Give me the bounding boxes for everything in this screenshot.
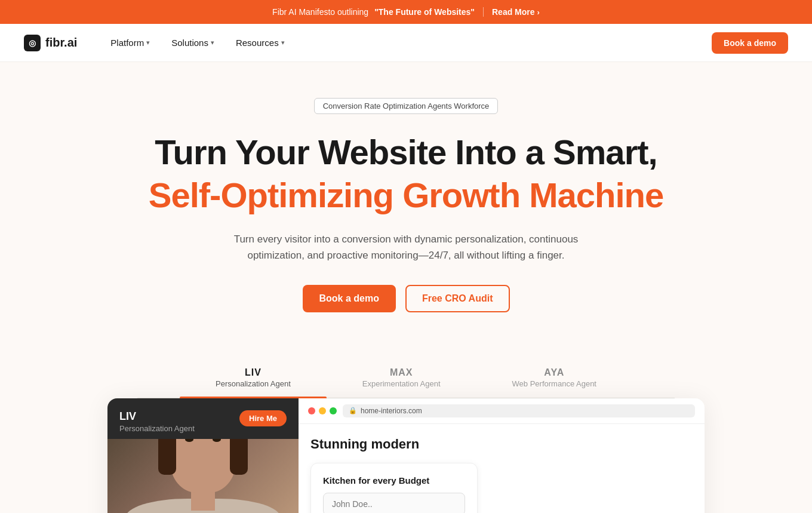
browser-bar: 🔒 home-interiors.com — [299, 398, 705, 424]
browser-mockup: 🔒 home-interiors.com Stunning modern Kit… — [299, 398, 705, 513]
logo-link[interactable]: ◎ fibr.ai — [24, 35, 77, 51]
agent-card-left: LIV Personalization Agent Hire Me — [107, 398, 299, 513]
top-banner: Fibr AI Manifesto outlining "The Future … — [0, 0, 812, 24]
hire-me-button[interactable]: Hire Me — [239, 410, 287, 426]
agent-tab-max-role: Experimentation Agent — [362, 379, 441, 388]
traffic-light-red — [308, 407, 315, 414]
hero-book-demo-button[interactable]: Book a demo — [303, 285, 396, 312]
agent-tab-max[interactable]: MAX Experimentation Agent — [327, 360, 476, 398]
logo-icon: ◎ — [24, 35, 41, 51]
banner-arrow-icon: › — [537, 8, 540, 17]
nav-solutions-label: Solutions — [171, 38, 208, 48]
hero-badge: Conversion Rate Optimization Agents Work… — [314, 98, 499, 114]
agent-name-block: LIV Personalization Agent — [119, 410, 195, 433]
hero-title-line1: Turn Your Website Into a Smart, — [155, 133, 657, 171]
agent-tab-aya[interactable]: AYA Web Performance Agent — [476, 360, 632, 398]
agents-tabs: LIV Personalization Agent MAX Experiment… — [137, 360, 675, 398]
chevron-down-icon: ▾ — [211, 39, 214, 47]
agent-card-header: LIV Personalization Agent Hire Me — [107, 398, 299, 439]
browser-content: Stunning modern Kitchen for every Budget — [299, 424, 705, 513]
chevron-down-icon: ▾ — [146, 39, 150, 47]
nav-links: Platform ▾ Solutions ▾ Resources ▾ — [101, 33, 712, 53]
hero-free-audit-button[interactable]: Free CRO Audit — [405, 285, 510, 312]
site-url: home-interiors.com — [361, 407, 422, 415]
card-title: Kitchen for every Budget — [323, 475, 465, 486]
navbar: ◎ fibr.ai Platform ▾ Solutions ▾ Resourc… — [0, 24, 812, 62]
banner-read-more-link[interactable]: Read More › — [492, 7, 540, 17]
nav-item-platform[interactable]: Platform ▾ — [101, 33, 159, 53]
agent-photo — [107, 439, 299, 513]
logo-text: fibr.ai — [45, 36, 77, 50]
hero-buttons: Book a demo Free CRO Audit — [303, 285, 510, 312]
card-input-field[interactable] — [323, 493, 465, 513]
agent-tab-aya-role: Web Performance Agent — [512, 379, 596, 388]
banner-read-more-label: Read More — [492, 7, 535, 17]
site-content-title: Stunning modern — [310, 436, 693, 453]
site-content-card: Kitchen for every Budget — [310, 463, 478, 513]
traffic-lights — [308, 407, 337, 414]
hero-subtitle: Turn every visitor into a conversion wit… — [227, 231, 585, 263]
banner-divider — [483, 7, 484, 17]
traffic-light-green — [330, 407, 337, 414]
nav-book-demo-button[interactable]: Book a demo — [712, 32, 788, 54]
nav-item-resources[interactable]: Resources ▾ — [226, 33, 294, 53]
nav-resources-label: Resources — [236, 38, 279, 48]
agent-role: Personalization Agent — [119, 424, 195, 433]
agent-tab-aya-name: AYA — [544, 367, 564, 378]
agent-name: LIV — [119, 410, 195, 423]
lock-icon: 🔒 — [349, 407, 357, 414]
hero-title-line2: Self-Optimizing Growth Machine — [149, 176, 664, 214]
traffic-light-yellow — [319, 407, 326, 414]
banner-highlight-text: "The Future of Websites" — [374, 7, 475, 17]
chevron-down-icon: ▾ — [281, 39, 285, 47]
nav-platform-label: Platform — [110, 38, 144, 48]
hero-section: Conversion Rate Optimization Agents Work… — [0, 62, 812, 336]
agent-tab-max-name: MAX — [390, 367, 413, 378]
banner-prefix-text: Fibr AI Manifesto outlining — [272, 7, 368, 17]
agent-preview-card: LIV Personalization Agent Hire Me — [107, 398, 705, 513]
agent-tab-liv[interactable]: LIV Personalization Agent — [180, 360, 327, 398]
nav-item-solutions[interactable]: Solutions ▾ — [162, 33, 224, 53]
url-bar: 🔒 home-interiors.com — [343, 404, 695, 417]
agent-tab-liv-role: Personalization Agent — [216, 379, 291, 388]
agents-section: LIV Personalization Agent MAX Experiment… — [0, 336, 812, 513]
agent-tab-liv-name: LIV — [245, 367, 262, 378]
